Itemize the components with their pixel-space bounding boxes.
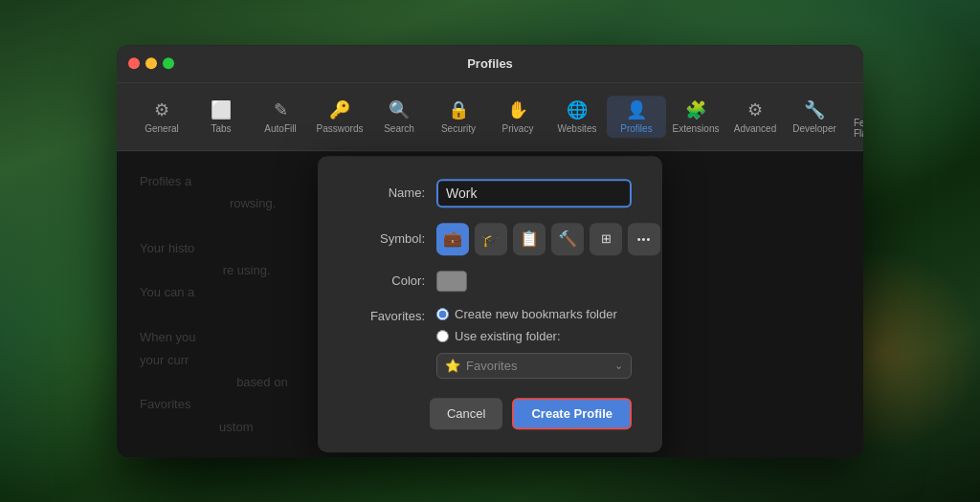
symbol-hammer[interactable]: 🔨 — [551, 223, 584, 255]
favorites-options: Create new bookmarks folder Use existing… — [436, 307, 632, 379]
create-profile-dialog: Name: Symbol: 💼 🎓 📋 🔨 ⊞ ••• — [318, 156, 662, 452]
option-existing-folder: Use existing folder: — [436, 329, 632, 343]
developer-label: Developer — [792, 123, 836, 134]
favorites-label: Favorites: — [348, 309, 425, 323]
name-label: Name: — [348, 186, 425, 201]
favorites-row: Favorites: Create new bookmarks folder U… — [348, 307, 632, 379]
close-button[interactable] — [128, 57, 140, 69]
modal-overlay: Name: Symbol: 💼 🎓 📋 🔨 ⊞ ••• — [117, 151, 863, 458]
privacy-icon: ✋ — [507, 99, 528, 120]
main-content: Profiles a rowsing. Your histo re using.… — [117, 151, 863, 458]
feature-flags-label: Feature Flags — [854, 118, 863, 139]
option-new-folder-label: Create new bookmarks folder — [455, 307, 617, 321]
radio-existing-folder[interactable] — [436, 330, 449, 342]
websites-label: Websites — [558, 123, 597, 134]
advanced-icon: ⚙ — [747, 99, 763, 120]
create-profile-button[interactable]: Create Profile — [512, 398, 632, 429]
favorites-dropdown-content: ⭐ Favorites — [445, 359, 517, 373]
toolbar-item-autofill[interactable]: ✎ AutoFill — [251, 96, 310, 138]
profiles-label: Profiles — [620, 123, 652, 134]
preferences-window: Profiles ⚙ General ⬜ Tabs ✎ AutoFill 🔑 P… — [117, 45, 863, 458]
dialog-buttons: Cancel Create Profile — [348, 398, 632, 429]
toolbar-item-extensions[interactable]: 🧩 Extensions — [666, 96, 725, 138]
search-label: Search — [384, 123, 414, 134]
titlebar: Profiles — [117, 45, 863, 83]
toolbar-item-security[interactable]: 🔒 Security — [429, 96, 488, 138]
advanced-label: Advanced — [734, 123, 776, 134]
preferences-toolbar: ⚙ General ⬜ Tabs ✎ AutoFill 🔑 Passwords … — [117, 83, 863, 151]
search-icon: 🔍 — [389, 99, 410, 120]
symbol-mortarboard[interactable]: 🎓 — [475, 223, 507, 255]
toolbar-item-passwords[interactable]: 🔑 Passwords — [310, 96, 369, 138]
color-row: Color: — [348, 271, 632, 292]
option-new-folder: Create new bookmarks folder — [436, 307, 632, 321]
minimize-button[interactable] — [145, 57, 157, 69]
toolbar-item-general[interactable]: ⚙ General — [132, 96, 191, 138]
radio-new-folder[interactable] — [436, 308, 449, 320]
general-icon: ⚙ — [154, 99, 169, 120]
symbol-label: Symbol: — [348, 232, 425, 247]
toolbar-item-tabs[interactable]: ⬜ Tabs — [191, 96, 251, 138]
name-row: Name: — [348, 179, 632, 207]
favorites-dropdown[interactable]: ⭐ Favorites ⌄ — [436, 353, 632, 379]
symbol-clipboard[interactable]: 📋 — [513, 223, 546, 255]
favorites-dropdown-text: Favorites — [466, 359, 517, 373]
developer-icon: 🔧 — [804, 99, 825, 120]
profiles-icon: 👤 — [626, 99, 647, 120]
name-input[interactable] — [436, 179, 632, 207]
maximize-button[interactable] — [163, 57, 174, 69]
security-label: Security — [441, 123, 476, 134]
symbol-briefcase[interactable]: 💼 — [436, 223, 469, 255]
autofill-icon: ✎ — [274, 99, 288, 120]
toolbar-item-feature-flags[interactable]: 🏳 Feature Flags — [844, 91, 863, 142]
symbol-options: 💼 🎓 📋 🔨 ⊞ ••• — [436, 223, 660, 255]
toolbar-item-privacy[interactable]: ✋ Privacy — [488, 96, 547, 138]
toolbar-item-advanced[interactable]: ⚙ Advanced — [725, 96, 785, 138]
chevron-down-icon: ⌄ — [614, 360, 623, 372]
window-title: Profiles — [467, 56, 513, 71]
websites-icon: 🌐 — [567, 99, 588, 120]
passwords-label: Passwords — [317, 123, 364, 134]
toolbar-item-developer[interactable]: 🔧 Developer — [785, 96, 844, 138]
tabs-label: Tabs — [211, 123, 231, 134]
tabs-icon: ⬜ — [211, 99, 232, 120]
symbol-more[interactable]: ••• — [628, 223, 660, 255]
color-swatch[interactable] — [436, 271, 467, 292]
traffic-lights — [128, 57, 174, 69]
color-label: Color: — [348, 274, 425, 289]
toolbar-item-profiles[interactable]: 👤 Profiles — [607, 96, 666, 138]
passwords-icon: 🔑 — [329, 99, 350, 120]
general-label: General — [145, 123, 179, 134]
symbol-grid[interactable]: ⊞ — [590, 223, 622, 255]
extensions-icon: 🧩 — [685, 99, 706, 120]
privacy-label: Privacy — [502, 123, 534, 134]
toolbar-item-websites[interactable]: 🌐 Websites — [547, 96, 607, 138]
symbol-row: Symbol: 💼 🎓 📋 🔨 ⊞ ••• — [348, 223, 632, 255]
extensions-label: Extensions — [673, 123, 720, 134]
cancel-button[interactable]: Cancel — [430, 398, 502, 429]
toolbar-item-search[interactable]: 🔍 Search — [369, 96, 429, 138]
option-existing-folder-label: Use existing folder: — [455, 329, 561, 343]
security-icon: 🔒 — [448, 99, 469, 120]
autofill-label: AutoFill — [264, 123, 296, 134]
star-icon: ⭐ — [445, 359, 460, 373]
